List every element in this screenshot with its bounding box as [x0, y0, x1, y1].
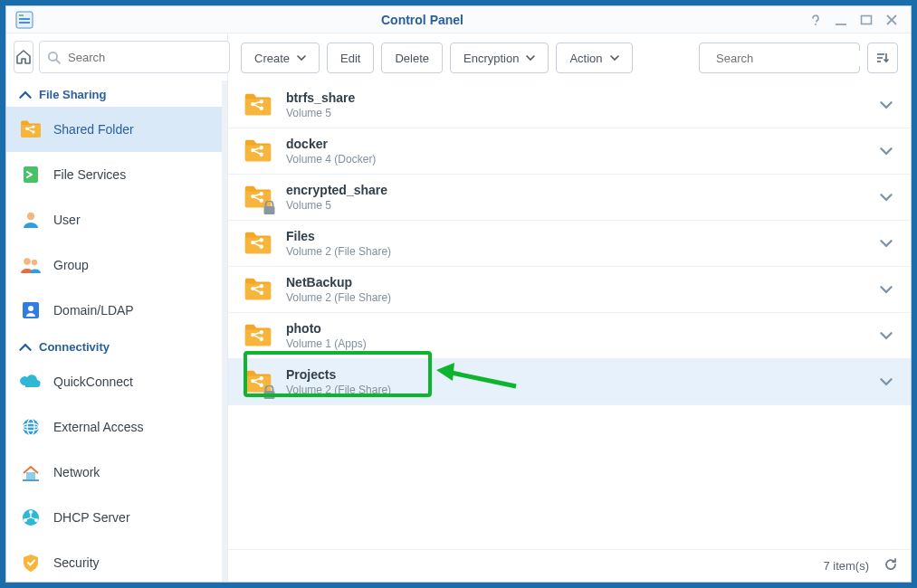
svg-point-30: [29, 510, 33, 514]
section-file-sharing[interactable]: File Sharing: [6, 81, 222, 107]
folder-row[interactable]: btrfs_shareVolume 5: [228, 82, 911, 128]
titlebar: Control Panel: [6, 6, 911, 33]
folder-name: photo: [286, 321, 867, 336]
folder-name: docker: [286, 137, 867, 151]
svg-point-19: [24, 258, 31, 265]
expand-chevron-icon[interactable]: [880, 328, 896, 343]
nav-label: File Services: [53, 167, 126, 182]
domain-ldap-icon: [19, 299, 43, 322]
file-services-icon: [19, 163, 43, 186]
app-icon: [14, 9, 35, 31]
refresh-button[interactable]: [884, 557, 898, 574]
footer: 7 item(s): [228, 549, 911, 582]
caret-down-icon: [297, 55, 306, 61]
folder-row[interactable]: photoVolume 1 (Apps): [228, 313, 911, 359]
nav-network[interactable]: Network: [6, 450, 222, 495]
shared-folder-icon: [243, 136, 273, 166]
shared-folder-icon: [243, 366, 273, 397]
svg-point-18: [27, 213, 34, 220]
nav-group[interactable]: Group: [6, 242, 222, 288]
nav-label: Domain/LDAP: [53, 303, 134, 318]
section-label: Connectivity: [39, 340, 110, 354]
nav-dhcp-server[interactable]: DHCP Server: [6, 495, 222, 540]
sidebar-search-input[interactable]: [66, 50, 222, 65]
external-access-icon: [19, 415, 43, 439]
expand-chevron-icon[interactable]: [880, 190, 896, 204]
svg-rect-9: [19, 14, 24, 16]
caret-down-icon: [610, 55, 619, 61]
svg-point-22: [28, 306, 33, 311]
quickconnect-icon: [19, 370, 43, 394]
nav-domain-ldap[interactable]: Domain/LDAP: [6, 288, 222, 333]
folder-row[interactable]: dockerVolume 4 (Docker): [228, 128, 911, 175]
item-count: 7 item(s): [823, 559, 869, 573]
window-title: Control Panel: [35, 13, 809, 27]
edit-button[interactable]: Edit: [327, 43, 374, 73]
nav-shared-folder[interactable]: Shared Folder: [6, 107, 222, 152]
filter-search-input[interactable]: [714, 51, 870, 66]
shared-folder-icon: [243, 182, 273, 213]
folder-volume: Volume 2 (File Share): [286, 291, 867, 304]
nav-label: DHCP Server: [53, 510, 130, 525]
folder-row[interactable]: encrypted_shareVolume 5: [228, 175, 911, 221]
expand-chevron-icon[interactable]: [880, 98, 896, 112]
nav-label: Shared Folder: [53, 122, 134, 137]
shared-folder-icon: [243, 320, 273, 351]
folder-row[interactable]: ProjectsVolume 2 (File Share): [228, 359, 911, 405]
folder-volume: Volume 2 (File Share): [286, 384, 867, 396]
expand-chevron-icon[interactable]: [880, 375, 896, 389]
folder-name: btrfs_share: [286, 90, 867, 105]
window-help-button[interactable]: [809, 14, 822, 26]
folder-volume: Volume 2 (File Share): [286, 245, 867, 258]
window-close-button[interactable]: [885, 14, 898, 26]
nav-external-access[interactable]: External Access: [6, 404, 222, 450]
folder-volume: Volume 4 (Docker): [286, 153, 867, 166]
window-maximize-button[interactable]: [860, 14, 873, 26]
action-button[interactable]: Action: [556, 43, 632, 73]
sidebar: File Sharing Shared Folder File Services…: [6, 33, 228, 582]
nav-quickconnect[interactable]: QuickConnect: [6, 359, 222, 404]
sidebar-search[interactable]: [39, 41, 230, 73]
folder-volume: Volume 5: [286, 107, 867, 119]
user-icon: [19, 208, 43, 232]
create-button[interactable]: Create: [241, 43, 320, 73]
nav-label: Security: [53, 555, 100, 570]
folder-volume: Volume 1 (Apps): [286, 337, 867, 350]
nav-user[interactable]: User: [6, 197, 222, 242]
section-label: File Sharing: [39, 88, 106, 101]
folder-name: NetBackup: [286, 275, 867, 289]
folder-row[interactable]: NetBackupVolume 2 (File Share): [228, 267, 911, 313]
svg-point-20: [32, 260, 37, 265]
nav-label: QuickConnect: [53, 375, 133, 389]
main-panel: Create Edit Delete Encryption Action btr…: [228, 33, 911, 582]
shared-folder-icon: [243, 90, 273, 120]
svg-rect-27: [26, 472, 35, 479]
shared-folder-icon: [19, 118, 43, 141]
network-icon: [19, 460, 43, 484]
encryption-button[interactable]: Encryption: [450, 43, 549, 73]
svg-rect-14: [862, 15, 872, 24]
folder-name: Projects: [286, 367, 867, 382]
folder-name: Files: [286, 229, 867, 243]
filter-search[interactable]: [699, 43, 860, 73]
delete-button[interactable]: Delete: [381, 43, 443, 73]
folder-row[interactable]: FilesVolume 2 (File Share): [228, 221, 911, 267]
nav-file-services[interactable]: File Services: [6, 152, 222, 197]
nav-security[interactable]: Security: [6, 540, 222, 582]
expand-chevron-icon[interactable]: [880, 236, 896, 251]
home-button[interactable]: [14, 41, 33, 73]
window-minimize-button[interactable]: [835, 14, 847, 26]
nav-label: External Access: [53, 420, 144, 434]
svg-point-12: [815, 24, 817, 25]
caret-down-icon: [526, 55, 535, 61]
svg-rect-11: [19, 22, 30, 24]
folder-list: btrfs_shareVolume 5dockerVolume 4 (Docke…: [228, 82, 911, 549]
section-connectivity[interactable]: Connectivity: [6, 333, 222, 359]
expand-chevron-icon[interactable]: [880, 144, 896, 158]
group-icon: [19, 253, 43, 277]
svg-rect-28: [23, 479, 39, 481]
expand-chevron-icon[interactable]: [880, 282, 896, 297]
sort-button[interactable]: [867, 43, 898, 73]
nav-label: User: [53, 213, 81, 227]
nav-label: Group: [53, 258, 89, 272]
